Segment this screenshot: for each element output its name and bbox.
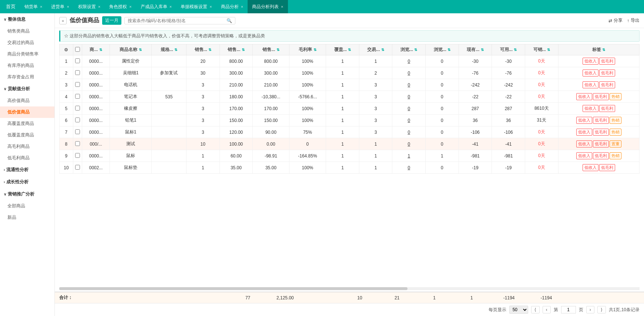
browse-link[interactable]: 0 bbox=[407, 165, 410, 170]
close-permission[interactable]: × bbox=[98, 4, 100, 9]
nav-permission-settings[interactable]: 权限设置 × bbox=[74, 0, 105, 13]
cell-browse1[interactable]: 0 bbox=[392, 79, 426, 91]
row-checkbox[interactable] bbox=[75, 70, 80, 75]
share-button[interactable]: ⇄ 分享 bbox=[608, 17, 623, 24]
cell-check[interactable] bbox=[73, 138, 82, 150]
page-number-input[interactable] bbox=[561, 306, 576, 313]
cell-browse1[interactable]: 1 bbox=[392, 150, 426, 162]
search-input[interactable] bbox=[128, 18, 227, 23]
cell-check[interactable] bbox=[73, 79, 82, 91]
col-gear[interactable]: ⚙ bbox=[60, 44, 73, 55]
browse-link[interactable]: 1 bbox=[407, 153, 410, 159]
collapse-button[interactable]: « bbox=[59, 17, 67, 24]
nav-product-instock[interactable]: 产成品入库单 × bbox=[136, 0, 176, 13]
cell-browse1[interactable]: 0 bbox=[392, 126, 426, 138]
cell-check[interactable] bbox=[73, 55, 82, 67]
browse-link[interactable]: 0 bbox=[407, 94, 410, 99]
cell-check[interactable] bbox=[73, 91, 82, 103]
select-all-checkbox[interactable] bbox=[75, 47, 80, 52]
sidebar-item-high-margin[interactable]: 高毛利商品 bbox=[0, 141, 54, 152]
row-checkbox[interactable] bbox=[75, 94, 80, 99]
cell-browse1[interactable]: 0 bbox=[392, 162, 426, 174]
browse-link[interactable]: 0 bbox=[407, 118, 410, 123]
cell-check[interactable] bbox=[73, 126, 82, 138]
browse-link[interactable]: 0 bbox=[407, 142, 410, 147]
sidebar-item-new-goods[interactable]: 新品 bbox=[0, 212, 54, 223]
cell-browse1[interactable]: 0 bbox=[392, 55, 426, 67]
cell-browse1[interactable]: 0 bbox=[392, 67, 426, 79]
col-current[interactable]: 现有... ⇅ bbox=[459, 44, 492, 55]
col-name[interactable]: 商品名称 ⇅ bbox=[110, 44, 152, 55]
search-icon[interactable]: 🔍 bbox=[227, 18, 232, 23]
close-template[interactable]: × bbox=[209, 4, 212, 9]
row-checkbox[interactable] bbox=[75, 165, 80, 170]
sidebar-item-traded-goods[interactable]: 交易过的商品 bbox=[0, 37, 54, 48]
nav-role-auth[interactable]: 角色授权 × bbox=[105, 0, 136, 13]
last-page-button[interactable]: ⟩ bbox=[597, 306, 606, 313]
col-browse2[interactable]: 浏览... ⇅ bbox=[426, 44, 459, 55]
row-checkbox[interactable] bbox=[75, 82, 80, 87]
nav-purchase-order[interactable]: 进货单 × bbox=[47, 0, 73, 13]
browse-link[interactable]: 0 bbox=[407, 71, 410, 76]
browse-link[interactable]: 0 bbox=[407, 106, 410, 111]
cell-check[interactable] bbox=[73, 67, 82, 79]
sidebar-item-inventory-capital[interactable]: 库存资金占用 bbox=[0, 71, 54, 83]
sidebar-item-low-margin[interactable]: 低毛利商品 bbox=[0, 152, 54, 164]
row-checkbox[interactable] bbox=[75, 129, 80, 134]
cell-browse1[interactable]: 0 bbox=[392, 103, 426, 115]
cell-check[interactable] bbox=[73, 115, 82, 126]
col-tags[interactable]: 标签 ⇅ bbox=[558, 44, 639, 55]
sidebar-item-low-coverage[interactable]: 低覆盖度商品 bbox=[0, 129, 54, 141]
cell-browse1[interactable]: 0 bbox=[392, 91, 426, 103]
close-sales-order[interactable]: × bbox=[40, 4, 42, 9]
browse-link[interactable]: 0 bbox=[407, 82, 410, 88]
gear-icon[interactable]: ⚙ bbox=[64, 47, 68, 52]
row-checkbox[interactable] bbox=[75, 153, 80, 158]
col-sellable[interactable]: 可销... ⇅ bbox=[525, 44, 558, 55]
col-spec[interactable]: 规格... ⇅ bbox=[151, 44, 186, 55]
sidebar-group-contribution[interactable]: ∨ 贡献值分析 bbox=[0, 83, 54, 95]
sidebar-group-circulation[interactable]: › 流通性分析 bbox=[0, 164, 54, 176]
sidebar-group-overall[interactable]: ∨ 整体信息 bbox=[0, 13, 54, 26]
sidebar-group-marketing[interactable]: ∨ 营销推广分析 bbox=[0, 188, 54, 200]
sidebar-item-stocked-goods[interactable]: 有库序的商品 bbox=[0, 60, 54, 71]
cell-check[interactable] bbox=[73, 103, 82, 115]
close-role-auth[interactable]: × bbox=[129, 4, 131, 9]
prev-page-button[interactable]: ‹ bbox=[543, 306, 551, 313]
browse-link[interactable]: 0 bbox=[407, 59, 410, 64]
col-code[interactable]: 商... ⇅ bbox=[82, 44, 110, 55]
close-purchase-order[interactable]: × bbox=[67, 4, 69, 9]
col-browse1[interactable]: 浏览... ⇅ bbox=[392, 44, 426, 55]
cell-browse1[interactable]: 0 bbox=[392, 138, 426, 150]
row-checkbox[interactable] bbox=[75, 118, 80, 122]
col-available[interactable]: 可用... ⇅ bbox=[492, 44, 525, 55]
sidebar-group-growth[interactable]: › 成长性分析 bbox=[0, 176, 54, 188]
col-sale2[interactable]: 销售... ⇅ bbox=[219, 44, 253, 55]
sidebar-item-all-goods[interactable]: 全部商品 bbox=[0, 200, 54, 212]
row-checkbox[interactable] bbox=[75, 141, 80, 146]
row-checkbox[interactable] bbox=[75, 58, 80, 63]
horizontal-scrollbar[interactable] bbox=[59, 287, 640, 290]
close-goods-list[interactable]: × bbox=[281, 4, 283, 9]
close-product-instock[interactable]: × bbox=[170, 4, 172, 9]
sidebar-item-low-value[interactable]: 低价值商品 bbox=[0, 106, 54, 118]
sidebar-item-high-coverage[interactable]: 高覆盖度商品 bbox=[0, 118, 54, 129]
row-checkbox[interactable] bbox=[75, 106, 80, 111]
col-cover[interactable]: 覆盖... ⇅ bbox=[326, 44, 359, 55]
col-trade[interactable]: 交易... ⇅ bbox=[359, 44, 392, 55]
nav-sales-order[interactable]: 销货单 × bbox=[20, 0, 47, 13]
first-page-button[interactable]: ⟨ bbox=[531, 306, 540, 313]
sidebar-item-high-value[interactable]: 高价值商品 bbox=[0, 95, 54, 106]
page-size-select[interactable]: 50 100 200 bbox=[509, 306, 528, 314]
cell-browse1[interactable]: 0 bbox=[392, 115, 426, 126]
nav-template-settings[interactable]: 单据模板设置 × bbox=[176, 0, 216, 13]
nav-home[interactable]: 首页 bbox=[1, 0, 20, 13]
sidebar-item-sales-goods[interactable]: 销售类商品 bbox=[0, 26, 54, 37]
export-button[interactable]: ↑ 导出 bbox=[627, 17, 640, 24]
next-page-button[interactable]: › bbox=[586, 306, 594, 313]
close-goods-analysis[interactable]: × bbox=[241, 4, 243, 9]
col-sale3[interactable]: 销售... ⇅ bbox=[253, 44, 289, 55]
scrollbar-thumb[interactable] bbox=[59, 287, 407, 290]
cell-check[interactable] bbox=[73, 150, 82, 162]
sidebar-item-category-sales-rate[interactable]: 商品分类销售率 bbox=[0, 48, 54, 60]
